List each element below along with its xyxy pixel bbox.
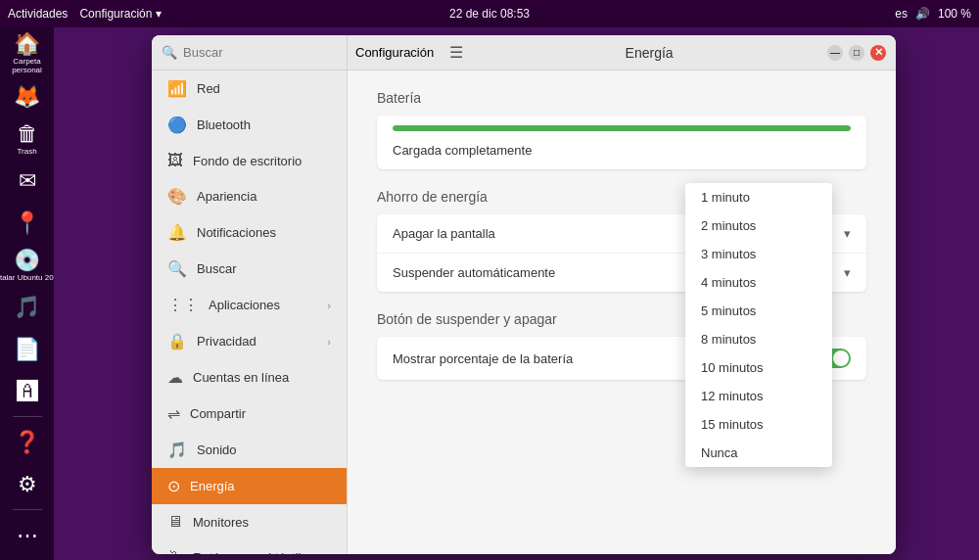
sidebar-item-notificaciones[interactable]: 🔔 Notificaciones bbox=[152, 214, 347, 251]
dock-item-install[interactable]: 💿 Instalar Ubuntu 20.10 bbox=[7, 247, 48, 285]
sidebar-item-bluetooth[interactable]: 🔵 Bluetooth bbox=[152, 107, 347, 143]
arrow-privacidad-icon: › bbox=[327, 336, 331, 348]
dock-label-trash: Trash bbox=[17, 147, 36, 156]
window-menu-button[interactable]: ☰ bbox=[442, 39, 471, 66]
sidebar-item-buscar[interactable]: 🔍 Buscar bbox=[152, 251, 347, 287]
dropdown-option-5min[interactable]: 5 minutos bbox=[685, 297, 832, 325]
dropdown-option-4min[interactable]: 4 minutos bbox=[685, 268, 832, 297]
dropdown-option-8min[interactable]: 8 minutos bbox=[685, 325, 832, 353]
sidebar-item-cuentas[interactable]: ☁ Cuentas en línea bbox=[152, 359, 347, 396]
dropdown-option-nunca[interactable]: Nunca bbox=[685, 439, 832, 467]
apagar-pantalla-value[interactable]: ▾ bbox=[844, 226, 851, 241]
window-body: 📶 Red 🔵 Bluetooth 🖼 Fondo de escritorio … bbox=[152, 70, 896, 554]
sidebar-label-apariencia: Apariencia bbox=[197, 189, 256, 204]
sidebar-label-notificaciones: Notificaciones bbox=[197, 225, 276, 240]
network-icon: 🔊 bbox=[915, 7, 930, 21]
dock-item-music[interactable]: 🎵 bbox=[7, 289, 48, 327]
mail-icon: ✉ bbox=[19, 170, 36, 192]
dock-item-settings[interactable]: ⚙ bbox=[7, 465, 48, 503]
settings-content: Batería Cargada completamente Ahorro de … bbox=[348, 70, 896, 554]
sidebar-label-fondo: Fondo de escritorio bbox=[193, 154, 302, 168]
sidebar-item-apariencia[interactable]: 🎨 Apariencia bbox=[152, 178, 347, 214]
dock-item-software[interactable]: 🅰 bbox=[7, 372, 48, 410]
search-input[interactable] bbox=[183, 45, 348, 60]
install-icon: 💿 bbox=[14, 250, 40, 271]
mostrar-porcentaje-label: Mostrar porcentaje de la batería bbox=[393, 351, 573, 366]
apagar-pantalla-label: Apagar la pantalla bbox=[393, 226, 495, 241]
window-search-area: 🔍 bbox=[152, 35, 348, 70]
dock-item-trash[interactable]: 🗑 Trash bbox=[7, 120, 48, 159]
sidebar-label-cuentas: Cuentas en línea bbox=[193, 370, 289, 385]
topbar: Actividades Configuración ▾ 22 de dic 08… bbox=[0, 0, 979, 27]
sidebar-label-privacidad: Privacidad bbox=[197, 334, 256, 349]
home-icon: 🏠 bbox=[14, 33, 40, 55]
sidebar-item-monitores[interactable]: 🖥 Monitores bbox=[152, 504, 347, 539]
locale-label[interactable]: es bbox=[895, 7, 908, 21]
dock-item-apps[interactable]: ⋯ bbox=[7, 516, 48, 554]
config-menu[interactable]: Configuración ▾ bbox=[79, 7, 161, 21]
dropdown-option-10min[interactable]: 10 minutos bbox=[685, 353, 832, 382]
help-icon: ❓ bbox=[14, 432, 40, 453]
close-button[interactable]: ✕ bbox=[870, 45, 886, 61]
software-icon: 🅰 bbox=[17, 381, 38, 402]
sidebar-label-buscar: Buscar bbox=[197, 261, 236, 276]
network-sidebar-icon: 📶 bbox=[167, 79, 187, 98]
sidebar-item-red[interactable]: 📶 Red bbox=[152, 70, 347, 107]
dock-item-maps[interactable]: 📍 bbox=[7, 205, 48, 243]
settings-sidebar: 📶 Red 🔵 Bluetooth 🖼 Fondo de escritorio … bbox=[152, 70, 348, 554]
desktop-area: 🔍 Configuración ☰ Energía — □ ✕ 📶 bbox=[54, 27, 979, 560]
sidebar-label-raton: Ratón y panel táctil bbox=[193, 550, 302, 555]
appearance-icon: 🎨 bbox=[167, 187, 187, 206]
topbar-right: es 🔊 100 % bbox=[895, 7, 971, 21]
dock-label-home: Carpetapersonal bbox=[12, 57, 42, 74]
dock-item-firefox[interactable]: 🦊 bbox=[7, 78, 48, 117]
sidebar-label-compartir: Compartir bbox=[190, 406, 246, 421]
trash-icon: 🗑 bbox=[17, 123, 38, 145]
settings-gear-icon: ⚙ bbox=[18, 474, 37, 495]
activities-label[interactable]: Actividades bbox=[8, 7, 68, 21]
search-sidebar-icon: 🔍 bbox=[167, 259, 187, 278]
share-icon: ⇌ bbox=[167, 404, 180, 423]
maximize-button[interactable]: □ bbox=[849, 45, 864, 61]
sidebar-item-aplicaciones[interactable]: ⋮⋮ Aplicaciones › bbox=[152, 287, 347, 323]
sound-icon: 🎵 bbox=[167, 441, 187, 459]
bluetooth-icon: 🔵 bbox=[167, 116, 187, 134]
sidebar-label-energia: Energía bbox=[190, 479, 235, 493]
dock-divider bbox=[13, 416, 42, 417]
dock-item-mail[interactable]: ✉ bbox=[7, 163, 48, 201]
battery-card: Cargada completamente bbox=[377, 116, 866, 169]
maps-icon: 📍 bbox=[14, 212, 40, 234]
apps-grid-icon: ⋯ bbox=[17, 525, 38, 546]
suspender-value[interactable]: ▾ bbox=[844, 265, 851, 280]
writer-icon: 📄 bbox=[14, 339, 40, 360]
dropdown-menu: 1 minuto 2 minutos 3 minutos 4 minutos 5… bbox=[685, 183, 832, 467]
dock-divider-2 bbox=[13, 509, 42, 510]
dock-item-writer[interactable]: 📄 bbox=[7, 331, 48, 369]
sidebar-label-red: Red bbox=[197, 81, 220, 96]
sidebar-item-sonido[interactable]: 🎵 Sonido bbox=[152, 432, 347, 468]
dropdown-option-3min[interactable]: 3 minutos bbox=[685, 240, 832, 268]
topbar-datetime: 22 de dic 08:53 bbox=[449, 7, 530, 21]
dropdown-option-15min[interactable]: 15 minutos bbox=[685, 410, 832, 439]
monitors-icon: 🖥 bbox=[167, 513, 183, 531]
sidebar-item-fondo[interactable]: 🖼 Fondo de escritorio bbox=[152, 143, 347, 178]
dock: 🏠 Carpetapersonal 🦊 🗑 Trash ✉ 📍 💿 Instal… bbox=[0, 27, 54, 560]
dock-item-help[interactable]: ❓ bbox=[7, 423, 48, 461]
minimize-button[interactable]: — bbox=[827, 45, 843, 61]
dropdown-option-12min[interactable]: 12 minutos bbox=[685, 382, 832, 410]
sidebar-item-raton[interactable]: 🖱 Ratón y panel táctil bbox=[152, 539, 347, 554]
dropdown-option-1min[interactable]: 1 minuto bbox=[685, 183, 832, 211]
music-icon: 🎵 bbox=[14, 297, 40, 318]
notifications-icon: 🔔 bbox=[167, 223, 187, 242]
sidebar-item-energia[interactable]: ⊙ Energía bbox=[152, 468, 347, 504]
privacy-icon: 🔒 bbox=[167, 332, 187, 350]
sidebar-item-compartir[interactable]: ⇌ Compartir bbox=[152, 396, 347, 432]
sidebar-label-monitores: Monitores bbox=[193, 515, 249, 530]
window-title-label: Configuración bbox=[348, 45, 442, 60]
battery-label: 100 % bbox=[938, 7, 971, 21]
window-controls: — □ ✕ bbox=[827, 45, 896, 61]
dock-item-home[interactable]: 🏠 Carpetapersonal bbox=[7, 33, 48, 74]
dropdown-option-2min[interactable]: 2 minutos bbox=[685, 211, 832, 240]
sidebar-item-privacidad[interactable]: 🔒 Privacidad › bbox=[152, 323, 347, 359]
firefox-icon: 🦊 bbox=[14, 86, 40, 108]
